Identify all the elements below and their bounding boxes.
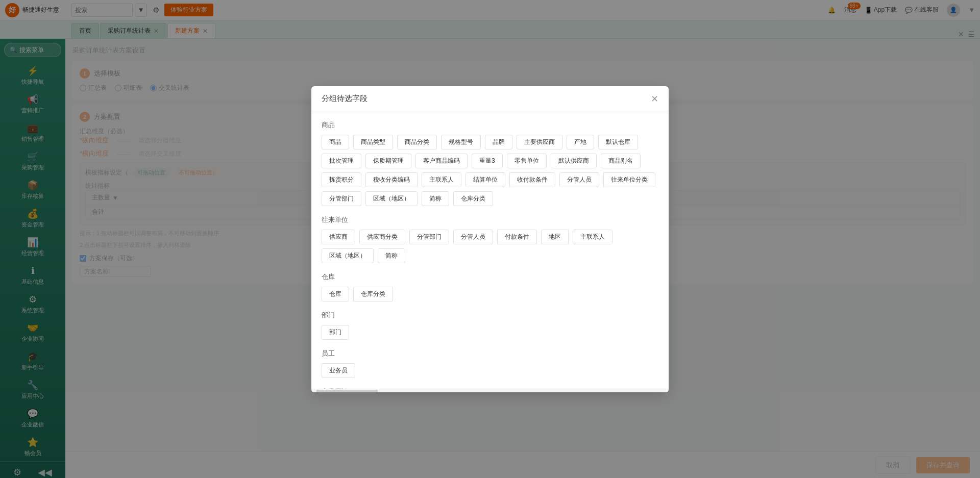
section-employee-title: 员工 [322, 349, 658, 358]
product-field-tags: 商品商品类型商品分类规格型号品牌主要供应商产地默认仓库批次管理保质期管理客户商品… [322, 135, 658, 206]
field-tag[interactable]: 规格型号 [441, 135, 481, 149]
field-tag[interactable]: 重量3 [472, 154, 503, 168]
field-tag[interactable]: 零售单位 [507, 154, 547, 168]
field-tag[interactable]: 仓库 [322, 287, 349, 301]
department-field-tags: 部门 [322, 325, 658, 340]
field-tag[interactable]: 区域（地区） [365, 191, 418, 206]
field-tag[interactable]: 主联系人 [422, 172, 461, 187]
field-tag[interactable]: 商品别名 [601, 154, 641, 168]
field-tag[interactable]: 收付款条件 [509, 172, 555, 187]
modal-dialog: 分组待选字段 ✕ 商品 商品商品类型商品分类规格型号品牌主要供应商产地默认仓库批… [311, 86, 669, 392]
section-product: 商品 商品商品类型商品分类规格型号品牌主要供应商产地默认仓库批次管理保质期管理客… [322, 120, 658, 206]
field-tag[interactable]: 分管人员 [453, 230, 493, 244]
field-tag[interactable]: 地区 [541, 230, 569, 244]
section-employee: 员工 业务员 [322, 349, 658, 378]
field-tag[interactable]: 客户商品编码 [415, 154, 468, 168]
section-counterpart-title: 往来单位 [322, 215, 658, 224]
warehouse-field-tags: 仓库仓库分类 [322, 287, 658, 301]
modal-hscrollbar[interactable] [311, 389, 669, 392]
field-tag[interactable]: 结算单位 [465, 172, 505, 187]
field-tag[interactable]: 部门 [322, 325, 349, 340]
field-tag[interactable]: 分管人员 [559, 172, 599, 187]
modal-close-btn[interactable]: ✕ [651, 93, 658, 105]
field-tag[interactable]: 税收分类编码 [365, 172, 418, 187]
field-tag[interactable]: 商品类型 [353, 135, 393, 149]
section-department-title: 部门 [322, 311, 658, 320]
section-product-title: 商品 [322, 120, 658, 130]
field-tag[interactable]: 分管部门 [409, 230, 449, 244]
field-tag[interactable]: 简称 [378, 248, 405, 263]
field-tag[interactable]: 业务员 [322, 363, 355, 378]
section-counterpart: 往来单位 供应商供应商分类分管部门分管人员付款条件地区主联系人区域（地区）简称 [322, 215, 658, 263]
section-department: 部门 部门 [322, 311, 658, 340]
modal-title: 分组待选字段 [322, 94, 368, 104]
section-warehouse-title: 仓库 [322, 272, 658, 282]
field-tag[interactable]: 产地 [567, 135, 594, 149]
field-tag[interactable]: 付款条件 [497, 230, 537, 244]
modal-body[interactable]: 商品 商品商品类型商品分类规格型号品牌主要供应商产地默认仓库批次管理保质期管理客… [311, 112, 669, 389]
field-tag[interactable]: 分管部门 [322, 191, 361, 206]
field-tag[interactable]: 区域（地区） [322, 248, 374, 263]
employee-field-tags: 业务员 [322, 363, 658, 378]
field-tag[interactable]: 仓库分类 [353, 287, 393, 301]
modal-header: 分组待选字段 ✕ [311, 86, 669, 112]
section-warehouse: 仓库 仓库仓库分类 [322, 272, 658, 301]
field-tag[interactable]: 供应商分类 [359, 230, 405, 244]
field-tag[interactable]: 保质期管理 [365, 154, 411, 168]
field-tag[interactable]: 默认供应商 [551, 154, 597, 168]
field-tag[interactable]: 简称 [422, 191, 449, 206]
field-tag[interactable]: 商品 [322, 135, 349, 149]
modal-hscrollbar-thumb [316, 390, 378, 392]
field-tag[interactable]: 仓库分类 [453, 191, 493, 206]
field-tag[interactable]: 供应商 [322, 230, 355, 244]
field-tag[interactable]: 品牌 [485, 135, 512, 149]
counterpart-field-tags: 供应商供应商分类分管部门分管人员付款条件地区主联系人区域（地区）简称 [322, 230, 658, 263]
field-tag[interactable]: 批次管理 [322, 154, 361, 168]
field-tag[interactable]: 往来单位分类 [603, 172, 655, 187]
field-tag[interactable]: 商品分类 [397, 135, 437, 149]
field-tag[interactable]: 拣货积分 [322, 172, 361, 187]
field-tag[interactable]: 主联系人 [573, 230, 612, 244]
field-tag[interactable]: 主要供应商 [517, 135, 562, 149]
field-tag[interactable]: 默认仓库 [598, 135, 638, 149]
modal-overlay: 分组待选字段 ✕ 商品 商品商品类型商品分类规格型号品牌主要供应商产地默认仓库批… [0, 0, 980, 478]
